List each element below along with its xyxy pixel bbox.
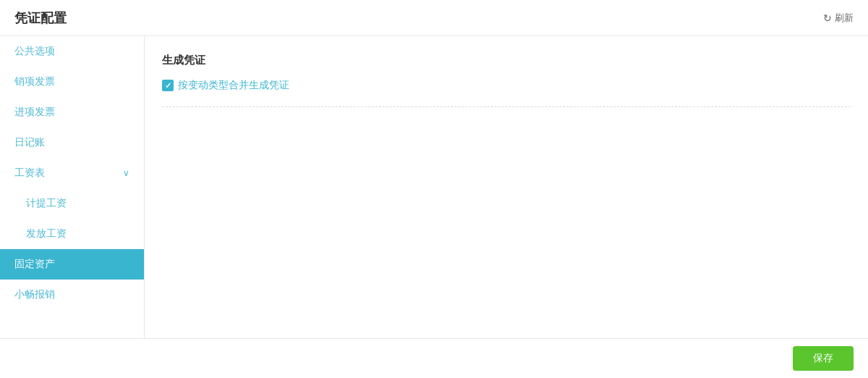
divider (162, 106, 851, 107)
footer: 保存 (0, 338, 868, 378)
content-area: 生成凭证 ✓ 按变动类型合并生成凭证 (145, 36, 868, 338)
main-content: 公共选项销项发票进项发票日记账工资表∨计提工资发放工资固定资产小畅报销 生成凭证… (0, 36, 868, 338)
merge-checkbox-wrapper[interactable]: ✓ 按变动类型合并生成凭证 (162, 79, 289, 92)
sidebar-item-label-expense: 小畅报销 (14, 288, 55, 301)
merge-checkbox-label: 按变动类型合并生成凭证 (178, 79, 289, 92)
sidebar-item-label-purchase-invoice: 进项发票 (14, 106, 55, 119)
page-title: 凭证配置 (14, 9, 67, 27)
check-mark-icon: ✓ (165, 81, 171, 91)
refresh-label: 刷新 (835, 12, 854, 25)
sidebar-item-label-fixed-assets: 固定资产 (14, 258, 55, 271)
sidebar-item-distribution[interactable]: 发放工资 (0, 219, 144, 249)
header: 凭证配置 ↻ 刷新 (0, 0, 868, 36)
sidebar-item-public[interactable]: 公共选项 (0, 36, 144, 67)
sidebar-item-label-payroll: 工资表 (14, 167, 45, 180)
sidebar-item-accrual[interactable]: 计提工资 (0, 188, 144, 219)
sidebar-item-sales-invoice[interactable]: 销项发票 (0, 67, 144, 97)
sidebar-item-label-journal: 日记账 (14, 136, 45, 149)
sidebar-item-expense[interactable]: 小畅报销 (0, 280, 144, 310)
refresh-button[interactable]: ↻ 刷新 (823, 12, 854, 25)
refresh-icon: ↻ (823, 12, 832, 24)
sidebar-item-payroll[interactable]: 工资表∨ (0, 158, 144, 188)
sidebar-item-journal[interactable]: 日记账 (0, 127, 144, 158)
section-title: 生成凭证 (162, 54, 851, 67)
sidebar-item-label-public: 公共选项 (14, 45, 55, 58)
sidebar-item-purchase-invoice[interactable]: 进项发票 (0, 97, 144, 127)
save-button[interactable]: 保存 (793, 346, 854, 371)
sidebar-item-fixed-assets[interactable]: 固定资产 (0, 249, 144, 280)
sidebar-item-label-accrual: 计提工资 (26, 197, 67, 210)
chevron-down-icon: ∨ (123, 168, 129, 178)
checkbox-row: ✓ 按变动类型合并生成凭证 (162, 79, 851, 92)
sidebar: 公共选项销项发票进项发票日记账工资表∨计提工资发放工资固定资产小畅报销 (0, 36, 145, 338)
sidebar-item-label-sales-invoice: 销项发票 (14, 75, 55, 88)
merge-checkbox[interactable]: ✓ (162, 80, 174, 91)
sidebar-item-label-distribution: 发放工资 (26, 227, 67, 240)
page-wrapper: 凭证配置 ↻ 刷新 公共选项销项发票进项发票日记账工资表∨计提工资发放工资固定资… (0, 0, 868, 378)
